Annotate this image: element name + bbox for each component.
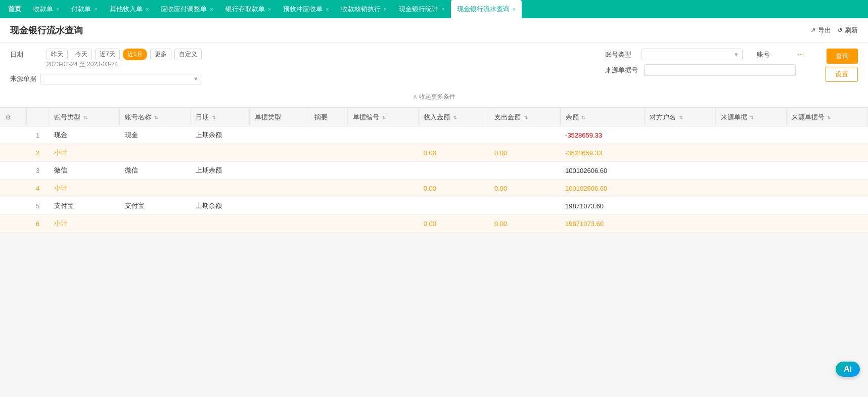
table-cell: 6 [27, 215, 49, 233]
date-btn-1month[interactable]: 近1月 [123, 49, 148, 60]
table-cell [786, 126, 867, 144]
col-doc-type[interactable]: 单据类型 [249, 109, 309, 126]
col-income[interactable]: 收入金额 ⇅ [419, 109, 489, 126]
query-button[interactable]: 查询 [827, 49, 858, 64]
col-source-doc[interactable]: 来源单据 ⇅ [715, 109, 786, 126]
table-cell [645, 197, 715, 215]
col-account-name[interactable]: 账号名称 ⇅ [120, 109, 191, 126]
filter-area: 日期 昨天 今天 近7天 近1月 更多 自定义 2023-02-24 至 202… [0, 42, 868, 108]
account-ellipsis-btn[interactable]: ··· [797, 50, 804, 59]
refresh-button[interactable]: ↺ 刷新 [837, 26, 858, 35]
sort-icon: ⇅ [382, 115, 386, 120]
col-source-doc-num[interactable]: 来源单据号 ⇅ [786, 109, 867, 126]
table-cell [0, 144, 27, 162]
collapse-bar[interactable]: ∧ 收起更多条件 [10, 91, 858, 103]
nav-tab-payment[interactable]: 付款单 × [65, 0, 103, 18]
table-cell [715, 215, 786, 233]
table-cell: 100102606.60 [560, 180, 645, 197]
date-btn-today[interactable]: 今天 [71, 49, 92, 60]
col-counterpart[interactable]: 对方户名 ⇅ [645, 109, 715, 126]
close-icon[interactable]: × [441, 6, 444, 12]
nav-tab-receipt[interactable]: 收款单 × [27, 0, 65, 18]
table-cell [419, 197, 489, 215]
table-cell: 3 [27, 162, 49, 180]
table-cell [715, 180, 786, 197]
table-cell: 0.00 [419, 215, 489, 233]
nav-tab-bank-deposit[interactable]: 银行存取款单 × [219, 0, 277, 18]
table-cell [0, 197, 27, 215]
source-doc-select[interactable]: ▾ [40, 73, 202, 84]
table-cell [715, 126, 786, 144]
close-icon[interactable]: × [326, 6, 329, 12]
col-date[interactable]: 日期 ⇅ [191, 109, 249, 126]
col-doc-number[interactable]: 单据编号 ⇅ [348, 109, 419, 126]
table-cell [191, 215, 249, 233]
table-cell: 19871073.60 [560, 215, 645, 233]
gear-icon[interactable]: ⚙ [5, 114, 11, 121]
account-type-label: 账号类型 [605, 50, 635, 59]
nav-tab-cash-flow[interactable]: 现金银行流水查询 × [451, 0, 522, 18]
table-cell [120, 180, 191, 197]
date-btn-7days[interactable]: 近7天 [95, 49, 120, 60]
table-cell [489, 126, 560, 144]
close-icon[interactable]: × [56, 6, 59, 12]
nav-tab-adjustment[interactable]: 应收应付调整单 × [155, 0, 219, 18]
table-cell: 支付宝 [120, 197, 191, 215]
table-cell: 4 [27, 180, 49, 197]
col-balance[interactable]: 余额 ⇅ [560, 109, 645, 126]
col-expense[interactable]: 支出金额 ⇅ [489, 109, 560, 126]
date-btn-yesterday[interactable]: 昨天 [47, 49, 68, 60]
table-cell [249, 162, 309, 180]
table-cell: 2 [27, 144, 49, 162]
nav-tab-cash-stats[interactable]: 现金银行统计 × [393, 0, 450, 18]
col-account-type[interactable]: 账号类型 ⇅ [49, 109, 120, 126]
table-cell [249, 215, 309, 233]
export-button[interactable]: ↗ 导出 [810, 26, 831, 35]
date-options: 昨天 今天 近7天 近1月 更多 自定义 [47, 49, 202, 60]
close-icon[interactable]: × [146, 6, 149, 12]
col-summary: 摘要 [309, 109, 348, 126]
sort-icon: ⇅ [581, 115, 585, 120]
table-cell [645, 126, 715, 144]
close-icon[interactable]: × [94, 6, 97, 12]
close-icon[interactable]: × [210, 6, 213, 12]
table-cell: -3528659.33 [560, 126, 645, 144]
table-cell: 现金 [120, 126, 191, 144]
table-cell [120, 144, 191, 162]
date-btn-more[interactable]: 更多 [150, 49, 171, 60]
table-cell [0, 215, 27, 233]
data-table: ⚙ 账号类型 ⇅ 账号名称 ⇅ 日期 ⇅ 单据类型 摘要 单据编号 ⇅ 收入金额… [0, 109, 868, 233]
table-cell: 现金 [49, 126, 120, 144]
chevron-down-icon: ▾ [194, 75, 198, 82]
sort-icon: ⇅ [679, 115, 683, 120]
nav-tab-prepay[interactable]: 预收冲应收单 × [277, 0, 335, 18]
nav-tab-home[interactable]: 首页 [2, 0, 27, 18]
table-cell [348, 144, 419, 162]
table-cell [309, 180, 348, 197]
table-cell: 小计 [49, 215, 120, 233]
table-cell: 0.00 [489, 144, 560, 162]
col-rownum [27, 109, 49, 126]
close-icon[interactable]: × [513, 6, 516, 12]
date-btn-custom[interactable]: 自定义 [174, 49, 202, 60]
account-label: 账号 [757, 50, 787, 59]
table-cell [348, 126, 419, 144]
sort-icon: ⇅ [154, 115, 158, 120]
close-icon[interactable]: × [384, 6, 387, 12]
table-cell: 微信 [120, 162, 191, 180]
nav-tab-other-income[interactable]: 其他收入单 × [104, 0, 155, 18]
close-icon[interactable]: × [268, 6, 271, 12]
table-cell: 0.00 [419, 180, 489, 197]
table-header: ⚙ 账号类型 ⇅ 账号名称 ⇅ 日期 ⇅ 单据类型 摘要 单据编号 ⇅ 收入金额… [0, 109, 868, 126]
table-cell [786, 215, 867, 233]
table-row: 5支付宝支付宝上期余额19871073.60 [0, 197, 868, 215]
nav-tab-collection[interactable]: 收款核销执行 × [335, 0, 393, 18]
col-gear[interactable]: ⚙ [0, 109, 27, 126]
settings-button[interactable]: 设置 [826, 67, 858, 82]
table-row: 4小计0.000.00100102606.60 [0, 180, 868, 197]
table-cell [715, 144, 786, 162]
account-type-select[interactable]: ▾ [642, 49, 743, 60]
refresh-icon: ↺ [837, 26, 843, 34]
filter-middle: 账号类型 ▾ 账号 ··· 来源单据号 [605, 49, 807, 80]
source-doc-num-input[interactable] [644, 64, 796, 76]
